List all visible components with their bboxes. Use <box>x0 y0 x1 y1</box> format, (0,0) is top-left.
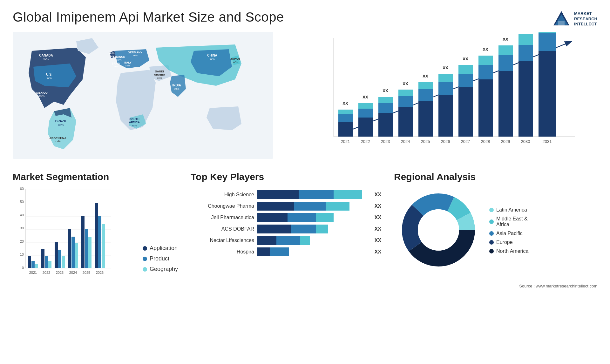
player-bar <box>257 225 369 233</box>
svg-text:xx%: xx% <box>43 57 49 61</box>
legend-product: Product <box>143 255 178 262</box>
svg-text:ARABIA: ARABIA <box>154 73 165 76</box>
svg-text:JAPAN: JAPAN <box>230 57 240 60</box>
player-xx: XX <box>375 226 381 232</box>
logo-text: MARKET RESEARCH INTELLECT <box>574 11 597 27</box>
bar-seg2 <box>291 225 316 233</box>
svg-text:U.K.: U.K. <box>109 51 115 55</box>
svg-rect-56 <box>418 101 433 137</box>
svg-rect-46 <box>358 103 373 109</box>
seg-chart-svg: 60 50 40 30 20 10 0 <box>13 185 114 281</box>
svg-rect-110 <box>28 256 31 268</box>
svg-rect-78 <box>518 34 533 45</box>
svg-rect-53 <box>398 96 413 107</box>
svg-text:0: 0 <box>22 266 24 270</box>
svg-rect-125 <box>95 203 98 268</box>
svg-rect-120 <box>71 237 75 268</box>
svg-text:FRANCE: FRANCE <box>113 55 125 58</box>
bar-seg1 <box>257 202 294 211</box>
bar-seg1 <box>257 213 288 222</box>
player-row-choongwae: Choongwae Pharma XX <box>191 202 381 211</box>
svg-rect-52 <box>398 107 413 137</box>
player-xx: XX <box>375 249 381 255</box>
player-xx: XX <box>375 203 381 209</box>
svg-text:BRAZIL: BRAZIL <box>55 119 67 123</box>
svg-text:xx%: xx% <box>125 64 130 67</box>
legend-asia-pacific: Asia Pacific <box>489 231 528 236</box>
logo-icon <box>552 10 571 29</box>
svg-text:xx%: xx% <box>113 65 118 68</box>
europe-label: Europe <box>496 239 513 245</box>
svg-rect-44 <box>358 118 373 137</box>
svg-rect-58 <box>418 82 433 89</box>
svg-rect-80 <box>539 51 556 137</box>
svg-rect-124 <box>88 237 92 268</box>
svg-rect-113 <box>41 249 44 268</box>
svg-text:2024: 2024 <box>401 139 410 144</box>
svg-rect-2 <box>558 21 565 25</box>
key-players-section: Top Key Players High Science XX Choongwa… <box>191 172 381 282</box>
segmentation-section: Market Segmentation 60 50 40 30 20 10 0 <box>13 172 178 282</box>
segmentation-title: Market Segmentation <box>13 172 178 182</box>
svg-rect-115 <box>48 261 51 268</box>
world-map-svg: CANADA xx% U.S. xx% MEXICO xx% BRAZIL xx… <box>13 32 273 159</box>
svg-text:xx%: xx% <box>209 57 215 61</box>
regional-title: Regional Analysis <box>394 172 597 182</box>
svg-rect-121 <box>75 243 78 268</box>
svg-rect-57 <box>418 89 433 101</box>
svg-rect-50 <box>378 97 393 103</box>
svg-text:40: 40 <box>20 213 24 217</box>
svg-text:GERMANY: GERMANY <box>128 51 142 54</box>
north-america-dot <box>489 249 494 253</box>
europe-dot <box>489 240 494 245</box>
latin-america-dot <box>489 208 494 212</box>
player-row-hospira: Hospira XX <box>191 247 381 256</box>
svg-text:xx%: xx% <box>174 87 179 91</box>
bar-seg3 <box>300 236 310 245</box>
north-america-label: North America <box>496 248 528 254</box>
svg-rect-116 <box>55 242 58 268</box>
svg-rect-111 <box>31 261 35 268</box>
legend-europe: Europe <box>489 239 528 245</box>
middle-east-label: Middle East &Africa <box>496 216 528 227</box>
bar-seg3 <box>334 190 362 199</box>
product-label: Product <box>150 255 169 262</box>
player-row-acs: ACS DOBFAR XX <box>191 225 381 233</box>
svg-rect-118 <box>62 256 65 268</box>
svg-text:XX: XX <box>443 65 448 70</box>
svg-text:60: 60 <box>20 187 24 191</box>
svg-text:xx%: xx% <box>117 58 121 61</box>
svg-text:XX: XX <box>363 95 368 99</box>
svg-rect-73 <box>498 55 513 71</box>
svg-text:2030: 2030 <box>521 139 530 144</box>
latin-america-label: Latin America <box>496 207 527 213</box>
svg-rect-72 <box>498 71 513 137</box>
svg-text:CANADA: CANADA <box>39 54 53 57</box>
player-xx: XX <box>375 192 381 198</box>
svg-rect-77 <box>518 45 533 61</box>
bar-seg1 <box>257 190 299 199</box>
svg-rect-70 <box>478 56 493 65</box>
svg-text:2023: 2023 <box>381 139 390 144</box>
svg-text:2026: 2026 <box>96 271 104 274</box>
player-xx: XX <box>375 215 381 220</box>
svg-text:CHINA: CHINA <box>207 54 217 57</box>
bar-seg3 <box>326 202 349 211</box>
asia-pacific-dot <box>489 231 494 236</box>
header: Global Imipenem Api Market Size and Scop… <box>0 0 610 32</box>
svg-text:30: 30 <box>20 226 24 230</box>
svg-text:2025: 2025 <box>421 139 430 144</box>
world-map-section: CANADA xx% U.S. xx% MEXICO xx% BRAZIL xx… <box>13 32 295 168</box>
svg-rect-123 <box>85 229 88 268</box>
application-label: Application <box>150 245 178 252</box>
svg-text:XX: XX <box>483 47 488 52</box>
svg-text:2026: 2026 <box>441 139 450 144</box>
svg-text:XX: XX <box>463 57 468 61</box>
svg-text:INDIA: INDIA <box>172 84 181 87</box>
product-dot <box>143 257 147 261</box>
svg-rect-69 <box>478 65 493 79</box>
svg-rect-40 <box>338 122 353 137</box>
svg-rect-42 <box>338 110 353 114</box>
svg-rect-41 <box>338 114 353 122</box>
legend-middle-east: Middle East &Africa <box>489 216 528 227</box>
